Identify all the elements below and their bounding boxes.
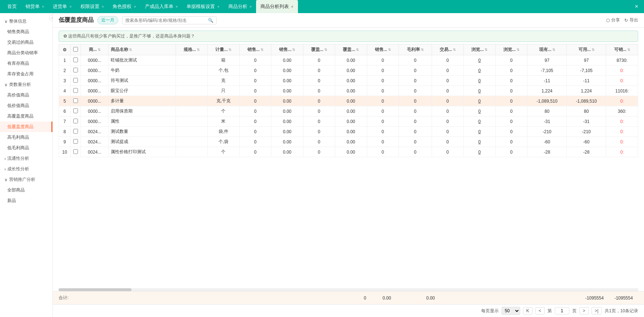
window-close-button[interactable]: × — [632, 3, 641, 10]
row-browse1[interactable]: 0 — [464, 76, 496, 86]
row-gross-margin: 0 — [399, 76, 432, 86]
sidebar-group-marketing[interactable]: ∨ 营销推广分析 — [0, 174, 52, 185]
row-browse1[interactable]: 0 — [464, 96, 496, 106]
search-input[interactable] — [125, 18, 206, 23]
nav-template-settings[interactable]: 单据模板设置 × — [182, 0, 224, 13]
row-browse1[interactable]: 0 — [464, 116, 496, 127]
row-checkbox[interactable] — [71, 147, 81, 157]
filter-recent-month-button[interactable]: 近一月 — [97, 16, 118, 24]
settings-icon[interactable]: ⚙ — [63, 47, 67, 52]
nav-role-auth[interactable]: 角色授权 × — [108, 0, 140, 13]
nav-sales-order[interactable]: 销货单 × — [21, 0, 48, 13]
sidebar-item-high-coverage[interactable]: 高覆盖度商品 — [0, 111, 52, 122]
name-column-header[interactable]: 商品名称⇅ — [109, 44, 176, 55]
available-column-header[interactable]: 可用...⇅ — [567, 44, 606, 55]
row-browse1[interactable]: 0 — [464, 106, 496, 116]
sales3-column-header[interactable]: 销售...⇅ — [367, 44, 399, 55]
sidebar-group-overall[interactable]: ∨ 整体信息 — [0, 16, 52, 27]
sidebar-item-high-margin[interactable]: 高毛利商品 — [0, 132, 52, 143]
nav-product-analysis[interactable]: 商品分析 × — [224, 0, 256, 13]
sidebar-group-growth[interactable]: › 成长性分析 — [0, 164, 52, 174]
transaction-column-header[interactable]: 交易...⇅ — [432, 44, 464, 55]
row-checkbox[interactable] — [71, 55, 81, 66]
page-number-input[interactable] — [555, 307, 569, 314]
nav-home[interactable]: 首页 — [3, 0, 21, 13]
row-browse1[interactable]: 0 — [464, 55, 496, 66]
sidebar-item-low-value[interactable]: 低价值商品 — [0, 100, 52, 111]
close-icon[interactable]: × — [134, 4, 136, 9]
sales-amt-column-header[interactable]: 销售...⇅ — [271, 44, 303, 55]
nav-purchase-order[interactable]: 进货单 × — [48, 0, 76, 13]
sidebar-item-category-turnover[interactable]: 商品分类动销率 — [0, 48, 52, 58]
sidebar-item-stock-capital[interactable]: 库存资金占用 — [0, 69, 52, 79]
prev-page-button[interactable]: < — [535, 307, 545, 314]
row-available: -28 — [567, 147, 606, 157]
row-browse1[interactable]: 0 — [464, 66, 496, 76]
sales-qty-column-header[interactable]: 销售...⇅ — [239, 44, 271, 55]
row-browse2: 0 — [495, 76, 527, 86]
browse1-column-header[interactable]: 浏览...⇅ — [464, 44, 496, 55]
code-column-header[interactable]: 商...⇅ — [81, 44, 109, 55]
checkbox-column-header[interactable] — [71, 44, 81, 55]
row-available: -60 — [567, 137, 606, 147]
sidebar-item-high-value[interactable]: 高价值商品 — [0, 90, 52, 100]
close-icon[interactable]: × — [291, 4, 293, 9]
spec-column-header[interactable]: 规格...⇅ — [176, 44, 208, 55]
close-icon[interactable]: × — [69, 4, 71, 9]
nav-product-warehouse[interactable]: 产成品入库单 × — [141, 0, 182, 13]
sidebar-item-low-margin[interactable]: 低毛利商品 — [0, 143, 52, 153]
row-browse1[interactable]: 0 — [464, 137, 496, 147]
sellable-column-header[interactable]: 可销...⇅ — [606, 44, 638, 55]
next-page-button[interactable]: > — [580, 307, 589, 314]
coverage2-column-header[interactable]: 覆盖...⇅ — [335, 44, 367, 55]
row-checkbox[interactable] — [71, 127, 81, 137]
sidebar-item-traded-goods[interactable]: 交易过的商品 — [0, 37, 52, 48]
row-checkbox[interactable] — [71, 116, 81, 127]
browse2-column-header[interactable]: 浏览...⇅ — [495, 44, 527, 55]
sidebar-item-low-coverage[interactable]: 低覆盖度商品 — [0, 122, 52, 132]
first-page-button[interactable]: K — [523, 307, 533, 314]
unit-column-header[interactable]: 计量...⇅ — [208, 44, 240, 55]
nav-permissions[interactable]: 权限设置 × — [76, 0, 108, 13]
close-icon[interactable]: × — [176, 4, 178, 9]
row-checkbox[interactable] — [71, 76, 81, 86]
export-button[interactable]: ↻ 导出 — [624, 17, 638, 23]
row-code: 0000... — [81, 55, 109, 66]
search-icon[interactable]: 🔍 — [208, 18, 213, 23]
close-icon[interactable]: × — [250, 4, 252, 9]
scrollbar-thumb[interactable] — [59, 288, 131, 291]
page-size-select[interactable]: 50 100 200 — [502, 307, 520, 315]
close-icon[interactable]: × — [102, 4, 104, 9]
row-available: -7,105 — [567, 66, 606, 76]
row-checkbox[interactable] — [71, 96, 81, 106]
sidebar-item-sales-goods[interactable]: 销售类商品 — [0, 27, 52, 37]
row-coverage1: 0 — [303, 96, 335, 106]
row-checkbox[interactable] — [71, 86, 81, 96]
row-gross-margin: 0 — [399, 86, 432, 96]
sidebar-group-quantity-analysis[interactable]: ∨ 类数量分析 — [0, 79, 52, 90]
row-sales-amt: 0.00 — [271, 116, 303, 127]
sidebar-item-new-goods[interactable]: 新品 — [0, 195, 52, 206]
sidebar-item-stocked-goods[interactable]: 有库存商品 — [0, 58, 52, 69]
row-checkbox[interactable] — [71, 66, 81, 76]
sidebar-group-circulation[interactable]: › 流通性分析 — [0, 153, 52, 164]
horizontal-scrollbar[interactable] — [59, 288, 638, 291]
nav-product-analysis-list[interactable]: 商品分析列表 × — [256, 0, 298, 13]
row-checkbox[interactable] — [71, 106, 81, 116]
row-browse1[interactable]: 0 — [464, 127, 496, 137]
share-button[interactable]: ⬡ 分享 — [606, 17, 620, 23]
row-checkbox[interactable] — [71, 137, 81, 147]
close-icon[interactable]: × — [42, 4, 44, 9]
sidebar-item-all-goods[interactable]: 全部商品 — [0, 185, 52, 195]
footer-label: 合计: — [59, 295, 68, 301]
gross-margin-column-header[interactable]: 毛利率⇅ — [399, 44, 432, 55]
coverage1-column-header[interactable]: 覆盖...⇅ — [303, 44, 335, 55]
row-browse1[interactable]: 0 — [464, 86, 496, 96]
row-num: 7 — [59, 116, 71, 127]
current-stock-column-header[interactable]: 现有...⇅ — [527, 44, 567, 55]
close-icon[interactable]: × — [217, 4, 219, 9]
row-browse1[interactable]: 0 — [464, 147, 496, 157]
settings-column-header[interactable]: ⚙ — [59, 44, 71, 55]
last-page-button[interactable]: >| — [592, 307, 602, 314]
select-all-checkbox[interactable] — [73, 47, 78, 52]
